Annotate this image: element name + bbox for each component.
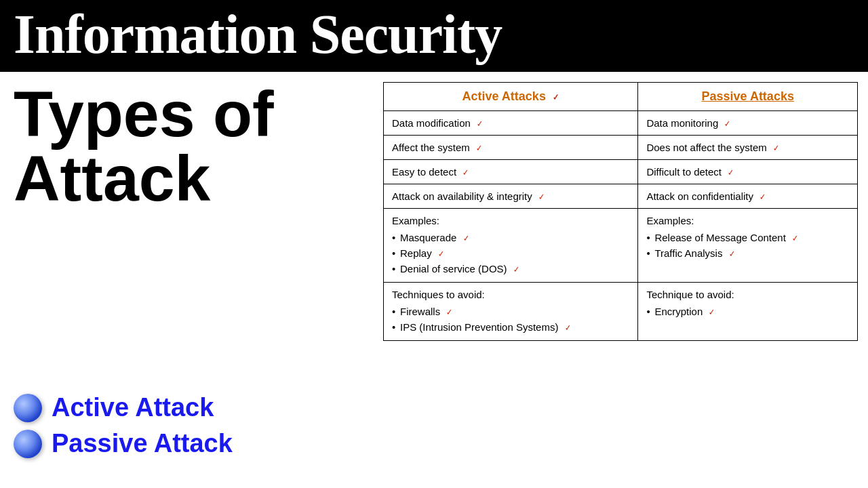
bullet-active: Active Attack <box>14 393 366 422</box>
tick-2a: ✓ <box>475 143 483 155</box>
passive-difficult-detect: Difficult to detect ✓ <box>638 160 858 184</box>
passive-techniques: Technique to avoid: Encryption ✓ <box>638 283 858 341</box>
active-examples-label: Examples: <box>392 214 629 228</box>
tick-3p: ✓ <box>727 167 734 180</box>
page-title: Information Security <box>14 7 854 62</box>
list-item: Masquerade ✓ <box>392 230 629 245</box>
table-row: Techniques to avoid: Firewalls ✓ IPS (In… <box>384 283 858 341</box>
list-item: IPS (Intrusion Prevention Systems) ✓ <box>392 320 629 334</box>
passive-confidentiality: Attack on confidentiality ✓ <box>638 184 858 209</box>
table-row: Examples: Masquerade ✓ Replay ✓ <box>384 209 858 283</box>
right-panel: Active Attacks ✓ Passive Attacks Data mo… <box>380 72 868 482</box>
active-examples: Examples: Masquerade ✓ Replay ✓ <box>384 209 638 283</box>
passive-examples-label: Examples: <box>646 214 849 228</box>
active-availability-integrity: Attack on availability & integrity ✓ <box>384 184 638 209</box>
list-item: Encryption ✓ <box>646 304 849 319</box>
bullets-section: Active Attack Passive Attack <box>14 393 366 475</box>
bullet-icon-passive <box>14 430 42 458</box>
passive-examples: Examples: Release of Message Content ✓ T… <box>638 209 858 283</box>
table-row: Easy to detect ✓ Difficult to detect ✓ <box>384 160 858 184</box>
tick-3a: ✓ <box>462 167 470 180</box>
table-row: Attack on availability & integrity ✓ Att… <box>384 184 858 209</box>
main-content: Types of Attack Active Attack Passive At… <box>0 72 868 482</box>
passive-data-monitoring: Data monitoring ✓ <box>638 111 858 136</box>
passive-attack-label: Passive Attack <box>52 429 233 458</box>
tick-1a: ✓ <box>476 119 484 131</box>
list-item: Denial of service (DOS) ✓ <box>392 262 629 276</box>
active-techniques-list: Firewalls ✓ IPS (Intrusion Prevention Sy… <box>392 304 629 334</box>
table-row: Data modification ✓ Data monitoring ✓ <box>384 111 858 136</box>
table-row: Affect the system ✓ Does not affect the … <box>384 136 858 160</box>
active-techniques-label: Techniques to avoid: <box>392 287 629 302</box>
passive-techniques-list: Encryption ✓ <box>646 304 849 319</box>
list-item: Release of Message Content ✓ <box>646 230 849 245</box>
list-item: Traffic Analysis ✓ <box>646 246 849 260</box>
header-tick-active: ✓ <box>552 93 559 103</box>
subtitle-line2: Attack <box>14 142 210 214</box>
tick-4a: ✓ <box>538 192 545 204</box>
active-affect-system: Affect the system ✓ <box>384 136 638 160</box>
tick-1p: ✓ <box>724 119 732 131</box>
bullet-icon-active <box>14 394 42 422</box>
left-panel: Types of Attack Active Attack Passive At… <box>0 72 380 482</box>
tick-4p: ✓ <box>759 192 766 204</box>
passive-not-affect: Does not affect the system ✓ <box>638 136 858 160</box>
tick-2p: ✓ <box>772 143 780 155</box>
list-item: Firewalls ✓ <box>392 304 629 319</box>
attack-table: Active Attacks ✓ Passive Attacks Data mo… <box>383 82 858 341</box>
active-techniques: Techniques to avoid: Firewalls ✓ IPS (In… <box>384 283 638 341</box>
active-easy-detect: Easy to detect ✓ <box>384 160 638 184</box>
list-item: Replay ✓ <box>392 246 629 260</box>
col-active-header: Active Attacks ✓ <box>384 83 638 111</box>
subtitle: Types of Attack <box>14 82 366 211</box>
subtitle-line1: Types of <box>14 78 274 150</box>
passive-examples-list: Release of Message Content ✓ Traffic Ana… <box>646 230 849 260</box>
col-passive-header: Passive Attacks <box>638 83 858 111</box>
active-data-modification: Data modification ✓ <box>384 111 638 136</box>
active-attack-label: Active Attack <box>52 393 214 422</box>
passive-techniques-label: Technique to avoid: <box>646 287 849 302</box>
bullet-passive: Passive Attack <box>14 429 366 458</box>
active-examples-list: Masquerade ✓ Replay ✓ Denial of service … <box>392 230 629 276</box>
header-bar: Information Security <box>0 0 868 72</box>
